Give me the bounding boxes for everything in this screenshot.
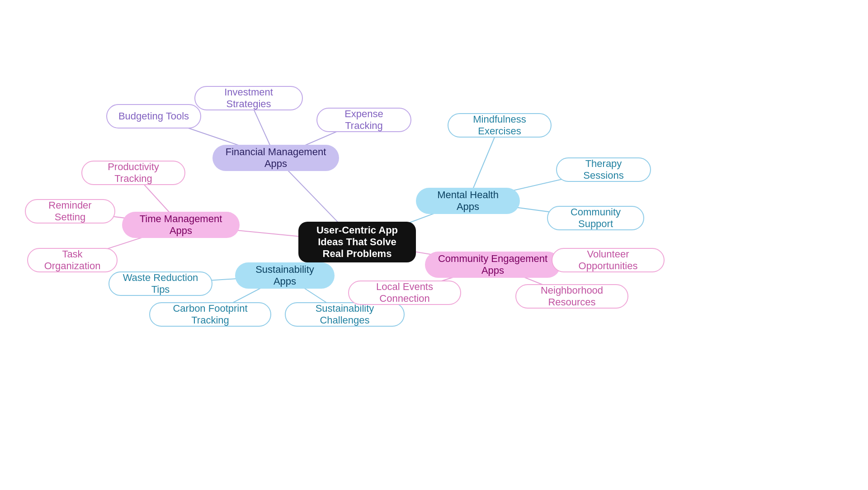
node-investment[interactable]: Investment Strategies <box>194 86 303 110</box>
node-carbon[interactable]: Carbon Footprint Tracking <box>149 302 271 327</box>
node-sustainability[interactable]: Sustainability Apps <box>235 262 335 289</box>
node-expense[interactable]: Expense Tracking <box>316 108 411 132</box>
node-local_events[interactable]: Local Events Connection <box>348 281 461 305</box>
node-therapy[interactable]: Therapy Sessions <box>556 157 651 182</box>
node-budgeting[interactable]: Budgeting Tools <box>106 104 201 128</box>
node-financial[interactable]: Financial Management Apps <box>212 145 339 171</box>
node-community_eng[interactable]: Community Engagement Apps <box>425 252 561 278</box>
node-time[interactable]: Time Management Apps <box>122 212 240 238</box>
node-reminder[interactable]: Reminder Setting <box>25 199 115 224</box>
node-productivity[interactable]: Productivity Tracking <box>81 161 185 185</box>
node-waste[interactable]: Waste Reduction Tips <box>108 271 212 296</box>
node-volunteer[interactable]: Volunteer Opportunities <box>552 248 665 272</box>
mindmap-connections <box>0 0 868 490</box>
center-node[interactable]: User-Centric App Ideas That Solve Real P… <box>298 222 416 262</box>
node-mindfulness[interactable]: Mindfulness Exercises <box>448 113 552 138</box>
node-task[interactable]: Task Organization <box>27 248 118 272</box>
node-community_support[interactable]: Community Support <box>547 206 644 230</box>
node-sustchallenges[interactable]: Sustainability Challenges <box>285 302 405 327</box>
node-neighborhood[interactable]: Neighborhood Resources <box>515 284 628 309</box>
node-mental[interactable]: Mental Health Apps <box>416 188 520 214</box>
